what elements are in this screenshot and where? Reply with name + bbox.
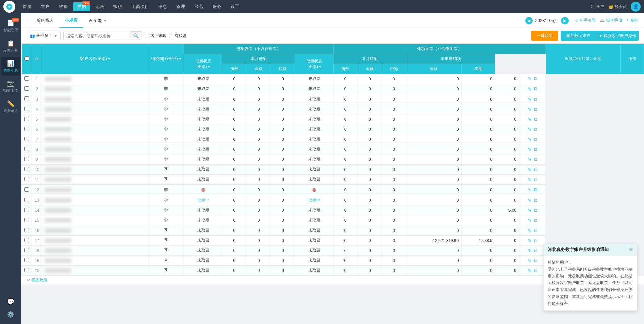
logo[interactable] <box>3 1 15 13</box>
th-in-fetch-status[interactable]: 取票状态(全部) ▾ <box>184 54 222 74</box>
copy-action-icon[interactable]: ⧉ <box>534 217 537 223</box>
member-btn[interactable]: 👑 畅会员 <box>608 4 627 10</box>
copy-action-icon[interactable]: ⧉ <box>534 177 537 182</box>
copy-action-icon[interactable]: ⧉ <box>534 86 537 92</box>
tab-all-capable[interactable]: ⊕ 全能 ▼ <box>83 18 112 24</box>
edit-action-icon[interactable]: ✎ <box>528 167 532 172</box>
copy-action-icon[interactable]: ⧉ <box>534 187 537 193</box>
th-client-name[interactable]: 客户名称(全部) ▾ <box>42 44 148 74</box>
row-checkbox[interactable] <box>24 177 29 181</box>
copy-action-icon[interactable]: ⧉ <box>534 146 537 152</box>
user-avatar[interactable]: 👤 <box>631 2 641 12</box>
copy-action-icon[interactable]: ⧉ <box>534 126 537 132</box>
tax-disk-checkbox[interactable]: 有税盘 <box>169 33 187 39</box>
row-checkbox[interactable] <box>24 147 29 151</box>
sidebar-item-chat[interactable]: 💬 <box>1 295 20 308</box>
row-checkbox[interactable] <box>24 167 29 171</box>
refresh-btn[interactable]: ↻ 刷新 <box>626 18 639 23</box>
row-checkbox[interactable] <box>24 208 29 212</box>
edit-action-icon[interactable]: ✎ <box>528 86 532 92</box>
manual-btn[interactable]: 📖 操作手册 <box>600 18 622 23</box>
tax-policy-link[interactable]: ⊙ 税务政策 <box>27 277 47 283</box>
edit-action-icon[interactable]: ✎ <box>528 147 532 152</box>
edit-action-icon[interactable]: ✎ <box>528 137 532 142</box>
nav-client[interactable]: 客户 <box>37 2 54 11</box>
row-checkbox[interactable] <box>24 76 29 81</box>
nav-home[interactable]: 首页 <box>19 2 36 11</box>
row-checkbox[interactable] <box>24 198 29 202</box>
row-checkbox[interactable] <box>24 117 29 121</box>
nav-business[interactable]: 工商项目 <box>127 2 153 11</box>
nav-settings[interactable]: 设置 <box>227 2 244 11</box>
nav-message[interactable]: 消息 <box>154 2 171 11</box>
nav-service[interactable]: 服务 <box>209 2 225 11</box>
row-checkbox[interactable] <box>24 238 29 242</box>
nav-operation[interactable]: 经营 <box>191 2 207 11</box>
copy-action-icon[interactable]: ⧉ <box>534 156 537 162</box>
edit-action-icon[interactable]: ✎ <box>528 238 532 243</box>
nav-manage[interactable]: 管理 <box>172 2 189 11</box>
tab-small-scale[interactable]: 小规模 <box>59 13 83 28</box>
sidebar-item-smart-ticket[interactable]: 📄 智能取票 new <box>1 17 20 36</box>
sidebar-item-config[interactable]: ⚙️ <box>1 308 20 321</box>
edit-action-icon[interactable]: ✎ <box>528 258 532 263</box>
row-checkbox[interactable] <box>24 248 29 252</box>
row-checkbox[interactable] <box>24 137 29 141</box>
nav-accounting[interactable]: 记账 <box>91 2 108 11</box>
one-click-ticket-btn[interactable]: 一键取票 <box>531 31 558 41</box>
edit-action-icon[interactable]: ✎ <box>528 127 532 132</box>
sidebar-item-invoice-summary[interactable]: 📊 票据汇总 <box>1 57 20 76</box>
edit-action-icon[interactable]: ✎ <box>528 117 532 122</box>
select-all-checkbox[interactable] <box>24 56 29 61</box>
search-button[interactable]: 🔍 <box>130 31 142 40</box>
period-next-btn[interactable]: ▶ <box>561 17 569 24</box>
subordinate-checkbox-input[interactable] <box>145 34 149 38</box>
sidebar-item-scan-upload[interactable]: 📷 扫描上传 <box>1 77 20 96</box>
subordinate-accounts-checkbox[interactable]: 名下账套 <box>145 33 166 39</box>
edit-action-icon[interactable]: ✎ <box>528 76 532 81</box>
table-wrapper[interactable]: ⚙ 客户名称(全部) ▾ 纳税期限(全部) ▾ 进项发票（不含作废票） 销项发票… <box>21 44 644 276</box>
search-input[interactable] <box>63 32 130 40</box>
sidebar-item-invoice-entry[interactable]: ✏️ 票据录入 <box>1 97 20 116</box>
edit-action-icon[interactable]: ✎ <box>528 177 532 182</box>
copy-action-icon[interactable]: ⧉ <box>534 197 537 203</box>
row-checkbox[interactable] <box>24 107 29 111</box>
tax-digital-ops-dropdown[interactable]: ▼ 税务数字账户操作 <box>596 31 639 41</box>
row-checkbox[interactable] <box>24 228 29 232</box>
copy-action-icon[interactable]: ⧉ <box>534 116 537 122</box>
copy-action-icon[interactable]: ⧉ <box>534 76 537 82</box>
edit-action-icon[interactable]: ✎ <box>528 208 532 213</box>
tab-general-taxpayer[interactable]: 一般纳税人 <box>27 13 59 28</box>
row-checkbox[interactable] <box>24 96 29 101</box>
edit-action-icon[interactable]: ✎ <box>528 218 532 223</box>
sidebar-item-invoice-open[interactable]: 📋 发票开具 <box>1 37 20 56</box>
row-checkbox[interactable] <box>24 127 29 131</box>
employee-select[interactable]: 👥 全部员工 ▼ <box>27 31 61 40</box>
nav-tax[interactable]: 报税 <box>109 2 126 11</box>
row-checkbox[interactable] <box>24 218 29 222</box>
row-checkbox[interactable] <box>24 258 29 262</box>
copy-action-icon[interactable]: ⧉ <box>534 106 537 112</box>
copy-action-icon[interactable]: ⧉ <box>534 136 537 142</box>
edit-action-icon[interactable]: ✎ <box>528 96 532 102</box>
row-checkbox[interactable] <box>24 157 29 161</box>
fullscreen-btn[interactable]: ⛶ 全屏 <box>591 4 604 10</box>
copy-action-icon[interactable]: ⧉ <box>534 258 537 263</box>
th-out-fetch-status[interactable]: 取票状态(全部) ▾ <box>295 54 334 74</box>
edit-action-icon[interactable]: ✎ <box>528 248 532 253</box>
edit-action-icon[interactable]: ✎ <box>528 228 532 233</box>
edit-action-icon[interactable]: ✎ <box>528 187 532 193</box>
copy-action-icon[interactable]: ⧉ <box>534 228 537 233</box>
notification-close-btn[interactable]: ✕ <box>629 247 633 252</box>
copy-action-icon[interactable]: ⧉ <box>534 167 537 172</box>
copy-action-icon[interactable]: ⧉ <box>534 268 537 273</box>
edit-action-icon[interactable]: ✎ <box>528 107 532 112</box>
copy-action-icon[interactable]: ⧉ <box>534 238 537 243</box>
row-checkbox[interactable] <box>24 268 29 272</box>
tax-disk-checkbox-input[interactable] <box>169 34 173 38</box>
tax-digital-btn[interactable]: 税务数字账户 <box>561 31 596 41</box>
period-prev-btn[interactable]: ◀ <box>525 17 533 24</box>
nav-fee[interactable]: 收费 <box>55 2 72 11</box>
nav-invoice[interactable]: 票据new <box>73 2 90 11</box>
edit-action-icon[interactable]: ✎ <box>528 198 532 203</box>
